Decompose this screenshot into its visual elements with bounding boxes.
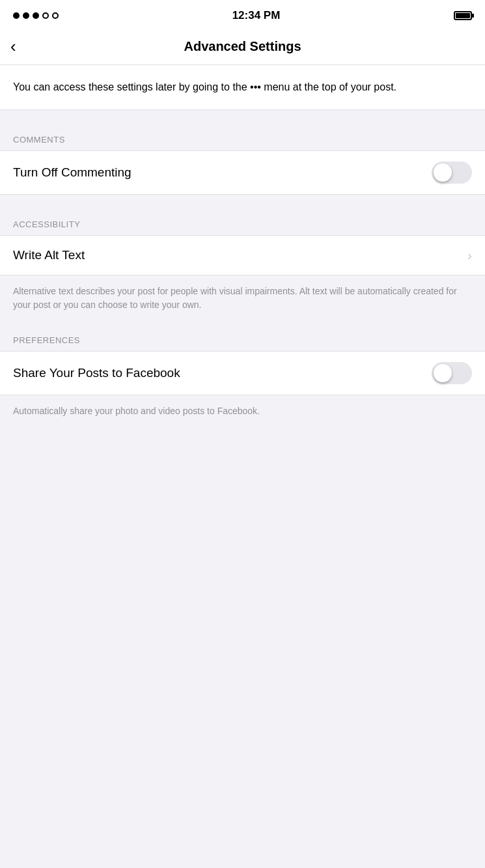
write-alt-text-row[interactable]: Write Alt Text › xyxy=(0,236,485,275)
preferences-header-label: PREFERENCES xyxy=(13,335,80,345)
comments-header-label: COMMENTS xyxy=(13,135,65,145)
facebook-description: Automatically share your photo and video… xyxy=(0,395,485,430)
nav-header: ‹ Advanced Settings xyxy=(0,29,485,65)
alt-text-description: Alternative text describes your post for… xyxy=(0,275,485,324)
chevron-right-icon: › xyxy=(467,248,472,263)
share-to-facebook-row: Share Your Posts to Facebook xyxy=(0,352,485,395)
preferences-section-header: PREFERENCES xyxy=(0,324,485,351)
share-toggle-thumb xyxy=(434,364,452,382)
battery-fill xyxy=(456,13,470,18)
status-bar: 12:34 PM xyxy=(0,0,485,29)
comments-section-header: COMMENTS xyxy=(0,123,485,150)
turn-off-commenting-row: Turn Off Commenting xyxy=(0,151,485,194)
description-text: You can access these settings later by g… xyxy=(13,79,472,95)
spacer-1 xyxy=(0,110,485,123)
page-title: Advanced Settings xyxy=(184,39,301,54)
signal-indicators xyxy=(13,12,59,19)
battery-icon xyxy=(454,11,472,20)
facebook-description-text: Automatically share your photo and video… xyxy=(13,404,472,418)
signal-dot-4 xyxy=(42,12,49,19)
signal-dot-5 xyxy=(52,12,59,19)
turn-off-commenting-toggle[interactable] xyxy=(432,161,472,184)
status-time: 12:34 PM xyxy=(232,9,281,22)
turn-off-commenting-label: Turn Off Commenting xyxy=(13,165,132,180)
accessibility-settings-group: Write Alt Text › xyxy=(0,235,485,275)
alt-text-description-text: Alternative text describes your post for… xyxy=(13,285,472,312)
signal-dot-2 xyxy=(23,12,29,19)
signal-dot-1 xyxy=(13,12,20,19)
back-chevron-icon: ‹ xyxy=(10,38,16,55)
write-alt-text-right: › xyxy=(467,248,472,263)
back-button[interactable]: ‹ xyxy=(10,39,16,55)
description-section: You can access these settings later by g… xyxy=(0,65,485,110)
write-alt-text-label: Write Alt Text xyxy=(13,248,85,262)
toggle-thumb xyxy=(434,163,452,182)
accessibility-section-header: ACCESSIBILITY xyxy=(0,208,485,235)
battery-indicator xyxy=(454,11,472,20)
share-to-facebook-label: Share Your Posts to Facebook xyxy=(13,366,180,380)
spacer-2 xyxy=(0,195,485,208)
share-to-facebook-toggle[interactable] xyxy=(432,362,472,384)
comments-settings-group: Turn Off Commenting xyxy=(0,150,485,195)
preferences-settings-group: Share Your Posts to Facebook xyxy=(0,351,485,395)
accessibility-header-label: ACCESSIBILITY xyxy=(13,219,80,229)
signal-dot-3 xyxy=(33,12,39,19)
